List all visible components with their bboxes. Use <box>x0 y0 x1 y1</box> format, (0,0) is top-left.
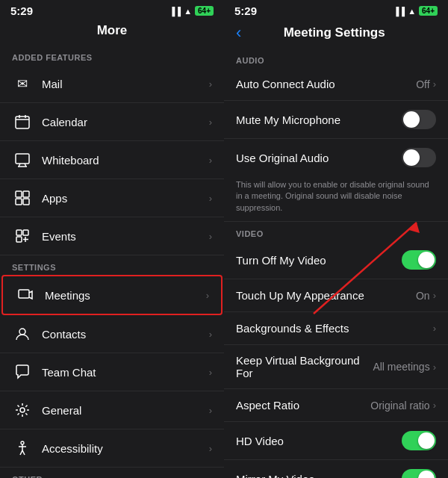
svg-rect-14 <box>16 237 22 242</box>
hd-video-toggle[interactable] <box>402 431 436 450</box>
turn-off-video-label: Turn Off My Video <box>236 254 402 267</box>
keep-virtual-bg-value: All meetings <box>373 361 429 373</box>
menu-item-general[interactable]: General › <box>0 391 224 429</box>
right-signal-icon: ▐▐ <box>393 7 405 16</box>
auto-connect-audio-label: Auto Connect Audio <box>236 78 416 90</box>
calendar-icon <box>12 111 33 132</box>
original-audio-note: This will allow you to enable or disable… <box>224 176 448 222</box>
menu-item-teamchat[interactable]: Team Chat › <box>0 353 224 391</box>
teamchat-icon <box>12 361 33 382</box>
section-added-features-label: ADDED FEATURES <box>0 46 224 65</box>
toggle-thumb-2 <box>403 149 420 166</box>
apps-icon <box>12 187 33 208</box>
auto-connect-audio-chevron: › <box>433 78 436 90</box>
menu-item-mail[interactable]: ✉ Mail › <box>0 65 224 103</box>
meetings-chevron: › <box>206 290 209 301</box>
hd-video-label: HD Video <box>236 435 402 447</box>
menu-item-events[interactable]: Events › <box>0 217 224 255</box>
auto-connect-audio-row[interactable]: Auto Connect Audio Off › <box>224 68 448 101</box>
general-label: General <box>42 404 209 417</box>
mirror-video-label: Mirror My Video <box>236 473 402 478</box>
right-wifi-icon: ▲ <box>408 7 416 16</box>
auto-connect-audio-value: Off <box>416 78 429 90</box>
audio-section-label: AUDIO <box>224 49 448 68</box>
mail-icon: ✉ <box>12 73 33 94</box>
mirror-video-toggle[interactable] <box>402 469 436 478</box>
back-button[interactable]: ‹ <box>236 23 241 43</box>
keep-virtual-bg-chevron: › <box>433 361 436 373</box>
wifi-icon: ▲ <box>184 7 192 16</box>
right-battery-icon: 64+ <box>419 6 438 16</box>
menu-item-whiteboard[interactable]: Whiteboard › <box>0 141 224 179</box>
touch-up-row[interactable]: Touch Up My Appearance On › <box>224 279 448 312</box>
contacts-label: Contacts <box>42 328 209 341</box>
use-original-audio-row: Use Original Audio <box>224 139 448 176</box>
menu-item-calendar[interactable]: Calendar › <box>0 103 224 141</box>
svg-rect-13 <box>23 230 28 235</box>
mirror-video-row: Mirror My Video <box>224 460 448 478</box>
touch-up-label: Touch Up My Appearance <box>236 289 416 302</box>
apps-chevron: › <box>209 193 212 204</box>
svg-point-18 <box>19 329 25 335</box>
use-original-audio-label: Use Original Audio <box>236 152 402 164</box>
mail-chevron: › <box>209 78 212 90</box>
svg-rect-8 <box>16 191 22 197</box>
backgrounds-row[interactable]: Backgrounds & Effects › <box>224 312 448 345</box>
contacts-icon <box>12 323 33 344</box>
meetings-label: Meetings <box>45 289 206 302</box>
left-page-title: More <box>0 20 224 46</box>
left-content: ADDED FEATURES ✉ Mail › Calendar › <box>0 46 224 478</box>
turn-off-video-toggle[interactable] <box>402 250 436 270</box>
calendar-chevron: › <box>209 117 212 128</box>
right-panel: 5:29 ▐▐ ▲ 64+ ‹ Meeting Settings AUDIO A… <box>224 0 448 478</box>
svg-rect-17 <box>19 290 29 298</box>
menu-item-apps[interactable]: Apps › <box>0 179 224 217</box>
svg-point-19 <box>20 408 25 412</box>
menu-item-accessibility[interactable]: Accessibility › <box>0 429 224 468</box>
general-chevron: › <box>209 405 212 416</box>
svg-rect-9 <box>23 191 29 197</box>
apps-label: Apps <box>42 192 209 205</box>
mute-microphone-toggle[interactable] <box>402 110 436 129</box>
left-time: 5:29 <box>10 4 33 17</box>
menu-item-meetings[interactable]: Meetings › <box>1 275 223 315</box>
mail-label: Mail <box>42 78 209 90</box>
aspect-ratio-label: Aspect Ratio <box>236 399 370 412</box>
contacts-chevron: › <box>209 329 212 340</box>
use-original-audio-toggle[interactable] <box>402 148 436 167</box>
left-status-icons: ▐▐ ▲ 64+ <box>169 6 214 16</box>
svg-point-20 <box>21 441 24 444</box>
settings-list: AUDIO Auto Connect Audio Off › Mute My M… <box>224 49 448 478</box>
svg-rect-10 <box>16 199 22 205</box>
calendar-label: Calendar <box>42 116 209 128</box>
left-panel: 5:29 ▐▐ ▲ 64+ More ADDED FEATURES ✉ Mail… <box>0 0 224 478</box>
aspect-ratio-value: Original ratio <box>370 400 429 412</box>
whiteboard-label: Whiteboard <box>42 154 209 167</box>
section-settings-label: SETTINGS <box>0 255 224 275</box>
aspect-ratio-row[interactable]: Aspect Ratio Original ratio › <box>224 389 448 422</box>
keep-virtual-bg-row[interactable]: Keep Virtual Background For All meetings… <box>224 345 448 389</box>
whiteboard-chevron: › <box>209 155 212 166</box>
teamchat-label: Team Chat <box>42 366 209 379</box>
events-label: Events <box>42 230 209 243</box>
turn-off-video-row: Turn Off My Video <box>224 241 448 279</box>
svg-rect-4 <box>16 154 29 164</box>
hd-video-row: HD Video <box>224 422 448 460</box>
touch-up-value: On <box>416 290 430 302</box>
mute-microphone-row: Mute My Microphone <box>224 101 448 139</box>
events-chevron: › <box>209 231 212 242</box>
toggle-thumb <box>403 111 420 128</box>
right-title: Meeting Settings <box>247 25 421 40</box>
battery-icon: 64+ <box>195 6 214 16</box>
accessibility-label: Accessibility <box>42 442 209 455</box>
toggle-thumb-3 <box>418 252 435 268</box>
toggle-thumb-5 <box>418 471 435 478</box>
keep-virtual-bg-label: Keep Virtual Background For <box>236 354 373 379</box>
signal-icon: ▐▐ <box>169 7 181 16</box>
menu-item-contacts[interactable]: Contacts › <box>0 315 224 353</box>
svg-rect-11 <box>23 199 29 205</box>
teamchat-chevron: › <box>209 367 212 378</box>
general-icon <box>12 400 33 420</box>
accessibility-chevron: › <box>209 443 212 454</box>
backgrounds-chevron: › <box>433 323 436 334</box>
